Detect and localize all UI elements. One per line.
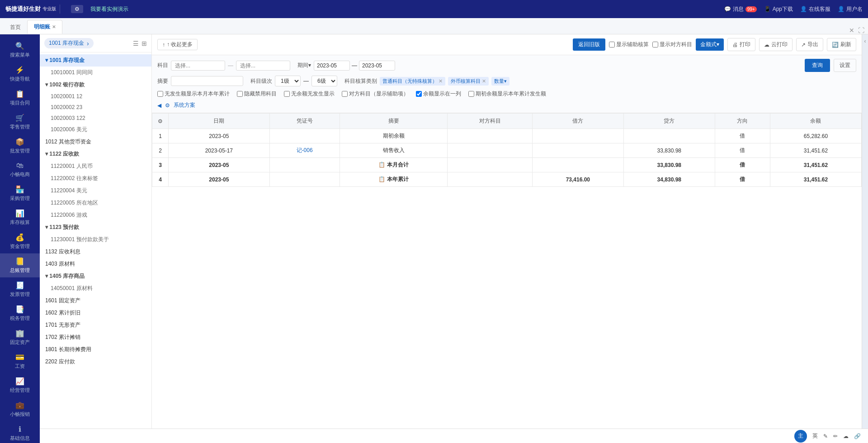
opening-balance-check-input[interactable] (468, 91, 474, 97)
tree-item-10020006[interactable]: 10020006 美元 (40, 124, 151, 136)
filter-subject-level-start-select[interactable]: 1级2级3级 (275, 76, 301, 86)
show-subject-check-input[interactable] (652, 42, 658, 48)
hide-disabled-checkbox[interactable]: 隐藏禁用科目 (237, 90, 277, 98)
online-service-btn[interactable]: 👤 在线客服 (800, 5, 830, 13)
export-btn[interactable]: ↗ 导出 (796, 38, 823, 51)
tab-home[interactable]: 首页 (4, 21, 27, 34)
right-collapse-btn[interactable]: ‹ (862, 34, 868, 443)
status-icon-3[interactable]: ☁ (843, 433, 849, 439)
tree-item-1122[interactable]: ▾ 1122 应收款 (40, 148, 151, 160)
query-btn[interactable]: 查询 (805, 59, 830, 72)
no-amount-check-input[interactable] (157, 91, 163, 97)
scheme-label[interactable]: 系统方案 (174, 101, 195, 109)
tree-item-11220004[interactable]: 11220004 美元 (40, 185, 151, 197)
opening-balance-checkbox[interactable]: 期初余额显示本年累计发生额 (468, 90, 546, 98)
tree-item-10010001[interactable]: 10010001 同同同 (40, 67, 151, 79)
sidebar-item-quick-nav[interactable]: ⚡ 快捷导航 (0, 62, 40, 86)
sidebar-item-project[interactable]: 📋 项目合同 (0, 86, 40, 110)
messages-btn[interactable]: 💬 消息 99+ (724, 5, 757, 13)
tree-item-2202[interactable]: 2202 应付款 (40, 356, 151, 368)
filter-tag-foreign-subject[interactable]: 外币核算科目✕ (448, 77, 489, 86)
tab-expand-icon[interactable]: ⛶ (858, 27, 864, 34)
sidebar-item-ecommerce[interactable]: 🛍 小畅电商 (0, 158, 40, 181)
tree-item-11220002[interactable]: 11220002 往来标签 (40, 172, 151, 185)
sidebar-item-ledger[interactable]: 📒 总账管理 (0, 253, 40, 277)
sidebar-item-search[interactable]: 🔍 搜索菜单 (0, 38, 40, 62)
filter-period-end[interactable] (359, 61, 395, 71)
tree-item-10020003[interactable]: 10020003 122 (40, 113, 151, 124)
opposite-subject-check-input[interactable] (342, 91, 348, 97)
tree-item-1132[interactable]: 1132 应收利息 (40, 246, 151, 258)
no-balance-check-input[interactable] (284, 91, 290, 97)
tree-action-menu-icon[interactable]: ☰ (133, 40, 139, 47)
sidebar-item-inventory[interactable]: 📊 库存核算 (0, 205, 40, 229)
sidebar-item-purchase[interactable]: 🏪 采购管理 (0, 181, 40, 205)
tree-item-10020001[interactable]: 10020001 12 (40, 91, 151, 102)
voucher-link-2[interactable]: 记-006 (297, 147, 313, 153)
lang-switch-btn[interactable]: 英 (812, 432, 818, 440)
setting-btn[interactable]: 设置 (834, 59, 856, 72)
opposite-subject-checkbox[interactable]: 对方科目（显示辅助项） (342, 90, 409, 98)
tree-item-1001[interactable]: ▾ 1001 库存现金 (40, 54, 151, 67)
no-balance-checkbox[interactable]: 无余额无发生显示 (284, 90, 335, 98)
tree-action-expand-icon[interactable]: ⊞ (142, 40, 147, 47)
tree-item-1801[interactable]: 1801 长期待摊费用 (40, 343, 151, 356)
filter-subject-level-end-select[interactable]: 6级1级2级 (311, 76, 337, 86)
status-icon-1[interactable]: ✎ (823, 433, 828, 439)
app-download-btn[interactable]: 📱 App下载 (764, 5, 793, 13)
aux-calc-checkbox[interactable]: 显示辅助核算 (609, 41, 649, 48)
no-amount-checkbox[interactable]: 无发生额显示本月本年累计 (157, 90, 230, 98)
breadcrumb-settings-icon[interactable]: ⚙ (71, 5, 83, 13)
amount-mode-btn[interactable]: 金额式▾ (696, 38, 724, 51)
tree-item-1002[interactable]: ▾ 1002 银行存款 (40, 79, 151, 91)
filter-summary-input[interactable] (171, 76, 243, 86)
demo-link[interactable]: 我要看实例演示 (90, 5, 128, 13)
filter-tag-quantity-btn[interactable]: 数量▾ (491, 77, 509, 86)
sidebar-item-reimbursement[interactable]: 💼 小畅报销 (0, 397, 40, 421)
tree-item-11220001[interactable]: 11220001 人民币 (40, 160, 151, 172)
sidebar-item-payroll[interactable]: 💳 工资 (0, 349, 40, 373)
tab-ledger[interactable]: 明细账 ✕ (27, 20, 62, 34)
tree-item-11220005[interactable]: 11220005 所在地区 (40, 197, 151, 209)
tree-item-1405[interactable]: ▾ 1405 库存商品 (40, 270, 151, 282)
aux-calc-check-input[interactable] (609, 42, 615, 48)
tree-item-11220006[interactable]: 11220006 游戏 (40, 209, 151, 221)
balance-one-col-checkbox[interactable]: 余额显示在一列 (416, 90, 461, 98)
tree-item-1701[interactable]: 1701 无形资产 (40, 319, 151, 331)
filter-tag-normal-subject[interactable]: 普通科目（无特殊核算）✕ (380, 77, 445, 86)
back-old-version-btn[interactable]: 返回旧版 (573, 38, 605, 51)
cloud-print-btn[interactable]: ☁ 云打印 (759, 38, 793, 51)
filter-subject-input[interactable] (171, 61, 225, 71)
filter-more-btn[interactable]: ↑ ↑ 收起更多 (157, 39, 198, 50)
balance-one-col-check-input[interactable] (416, 91, 422, 97)
filter-period-start[interactable] (314, 61, 350, 71)
tree-item-1602[interactable]: 1602 累计折旧 (40, 307, 151, 319)
hide-disabled-check-input[interactable] (237, 91, 243, 97)
tree-item-1702[interactable]: 1702 累计摊销 (40, 331, 151, 343)
tree-item-1601[interactable]: 1601 固定资产 (40, 295, 151, 307)
sidebar-item-invoice[interactable]: 🧾 发票管理 (0, 277, 40, 301)
tab-close-window[interactable]: ✕ (849, 27, 854, 34)
filter-tag-foreign-close-icon[interactable]: ✕ (482, 78, 486, 84)
col-settings[interactable]: ⚙ (152, 114, 169, 129)
sidebar-item-fixed-assets[interactable]: 🏢 固定资产 (0, 325, 40, 349)
status-main-btn[interactable]: 主 (794, 430, 807, 443)
tree-item-1403[interactable]: 1403 原材料 (40, 258, 151, 270)
tab-close-icon[interactable]: ✕ (52, 24, 56, 29)
tree-item-1123[interactable]: ▾ 1123 预付款 (40, 221, 151, 233)
filter-subject-end-input[interactable] (236, 61, 290, 71)
sidebar-item-base-info[interactable]: ℹ 基础信息 (0, 421, 40, 443)
row-voucher-2[interactable]: 记-006 (269, 143, 340, 158)
filter-left-toggle-icon[interactable]: ◀ (157, 102, 161, 109)
user-avatar[interactable]: 👤 用户名 (838, 5, 863, 13)
tree-item-14050001[interactable]: 14050001 原材料 (40, 282, 151, 295)
tree-item-1012[interactable]: 1012 其他货币资金 (40, 136, 151, 148)
print-btn[interactable]: 🖨 打印 (727, 38, 755, 51)
status-icon-2[interactable]: ✏ (833, 433, 838, 439)
selected-account[interactable]: 1001 库存现金 › (44, 38, 94, 48)
filter-tag-normal-close-icon[interactable]: ✕ (439, 78, 443, 84)
show-subject-checkbox[interactable]: 显示对方科目 (652, 41, 692, 48)
tree-item-10020002[interactable]: 10020002 23 (40, 102, 151, 113)
refresh-btn[interactable]: 🔄 刷新 (827, 38, 856, 51)
sidebar-item-funds[interactable]: 💰 资金管理 (0, 229, 40, 253)
